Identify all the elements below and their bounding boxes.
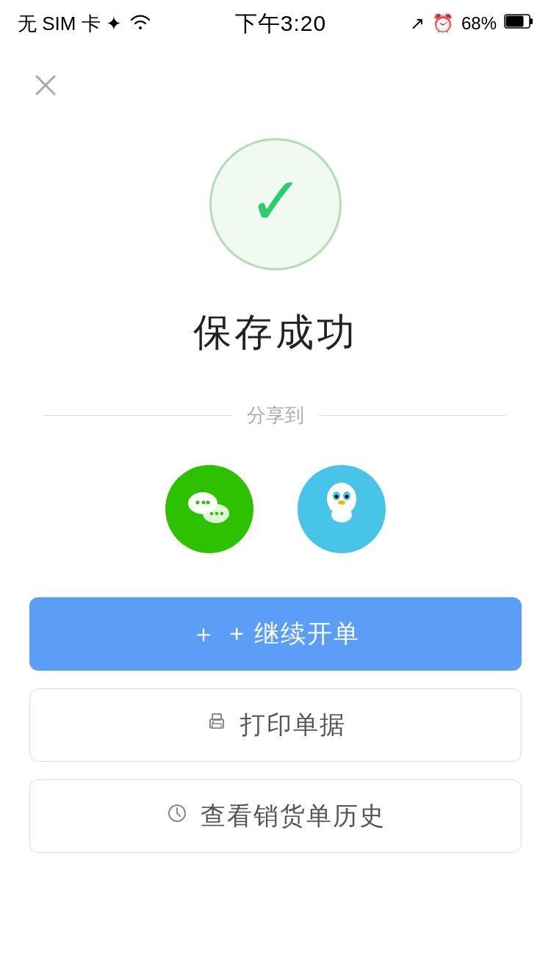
- share-section: 分享到: [0, 403, 551, 553]
- view-history-button[interactable]: 查看销货单历史: [29, 779, 522, 853]
- continue-order-label: + 继续开单: [229, 617, 359, 651]
- wechat-share-button[interactable]: [165, 465, 253, 553]
- svg-point-18: [345, 495, 349, 499]
- success-title: 保存成功: [193, 307, 358, 359]
- plus-icon: ＋: [191, 617, 217, 651]
- qq-icon: [317, 478, 367, 540]
- check-icon: ✓: [248, 168, 303, 234]
- svg-rect-1: [530, 18, 533, 24]
- svg-point-17: [335, 495, 339, 499]
- svg-point-24: [212, 721, 215, 724]
- status-bar: 无 SIM 卡 ✦ 下午3:20 ↗ ⏰ 68%: [0, 0, 551, 47]
- share-divider: 分享到: [0, 403, 551, 428]
- svg-point-19: [338, 500, 345, 505]
- battery-percent: 68%: [461, 13, 497, 34]
- divider-left: [44, 415, 232, 416]
- svg-point-11: [215, 512, 218, 515]
- svg-rect-2: [506, 16, 524, 27]
- divider-right: [319, 415, 507, 416]
- qq-share-button[interactable]: [298, 465, 386, 553]
- close-button[interactable]: [0, 47, 91, 123]
- history-icon: [165, 801, 189, 831]
- share-icons: [165, 465, 386, 553]
- svg-point-9: [206, 501, 210, 505]
- svg-point-12: [220, 512, 223, 515]
- battery-icon: [504, 13, 533, 34]
- history-label: 查看销货单历史: [201, 799, 386, 833]
- svg-point-20: [333, 511, 350, 522]
- wechat-icon: [184, 487, 235, 531]
- svg-point-10: [210, 512, 213, 515]
- location-icon: ↗: [410, 13, 425, 34]
- wifi-icon: [129, 13, 151, 34]
- alarm-icon: ⏰: [432, 13, 454, 34]
- status-right: ↗ ⏰ 68%: [410, 13, 533, 34]
- svg-point-8: [202, 501, 206, 505]
- success-circle: ✓: [209, 138, 342, 270]
- print-button[interactable]: 打印单据: [29, 688, 522, 762]
- share-label: 分享到: [247, 403, 304, 428]
- status-left: 无 SIM 卡 ✦: [18, 11, 151, 37]
- sim-text: 无 SIM 卡 ✦: [18, 11, 122, 37]
- svg-point-7: [196, 501, 200, 505]
- buttons-section: ＋ + 继续开单 打印单据 查看销货单历史: [0, 553, 551, 853]
- main-content: ✓ 保存成功 分享到: [0, 47, 551, 980]
- print-icon: [205, 710, 228, 740]
- svg-rect-23: [212, 724, 221, 728]
- status-time: 下午3:20: [235, 9, 326, 39]
- print-label: 打印单据: [240, 708, 346, 742]
- continue-order-button[interactable]: ＋ + 继续开单: [29, 597, 522, 671]
- close-icon: [29, 69, 62, 101]
